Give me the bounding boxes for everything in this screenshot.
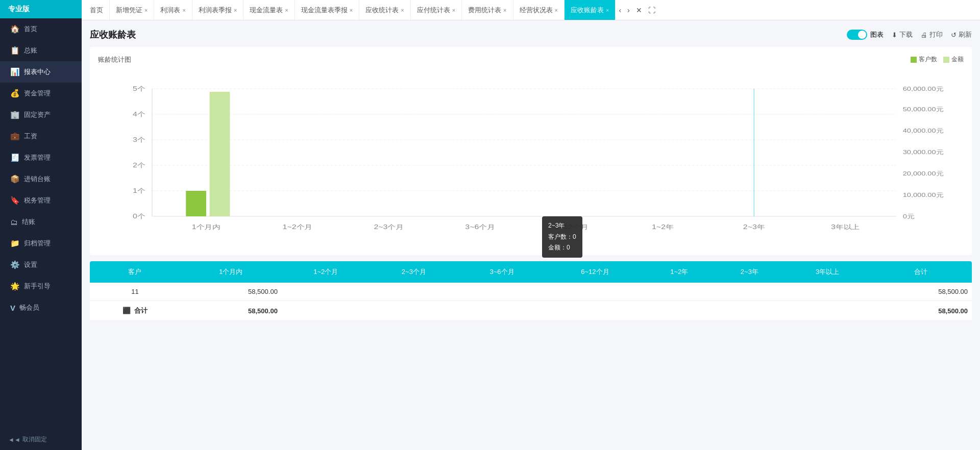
total-y2 xyxy=(644,301,715,321)
unpin-icon: ◄◄ xyxy=(8,436,20,443)
page-header: 应收账龄表 图表 ⬇ 下载 🖨 打印 ↺ 刷新 xyxy=(90,29,972,41)
salary-icon: 💼 xyxy=(10,132,20,141)
total-m12 xyxy=(546,301,644,321)
tab-close-all-button[interactable]: ✕ xyxy=(633,0,645,20)
close-icon[interactable]: × xyxy=(555,7,558,13)
tab-next-button[interactable]: › xyxy=(624,0,633,20)
cell-m12 xyxy=(546,283,644,301)
chart-toggle[interactable] xyxy=(847,30,867,40)
sidebar-item-vip[interactable]: V 畅会员 xyxy=(0,297,82,318)
tab-profit-quarter[interactable]: 利润表季报 × xyxy=(192,0,243,20)
bar-customer-m1[interactable] xyxy=(186,191,206,216)
close-icon[interactable]: × xyxy=(452,7,455,13)
download-button[interactable]: ⬇ 下载 xyxy=(892,30,913,39)
total-m2 xyxy=(282,301,370,321)
svg-text:3年以上: 3年以上 xyxy=(831,223,860,231)
sidebar-item-salary[interactable]: 💼 工资 xyxy=(0,126,82,147)
cell-customer: 11 xyxy=(90,283,180,301)
svg-text:0个: 0个 xyxy=(133,213,145,220)
svg-text:20,000.00元: 20,000.00元 xyxy=(903,170,943,177)
reports-icon: 📊 xyxy=(10,67,20,77)
tab-cashflow-quarter-label: 现金流量表季报 xyxy=(301,6,348,15)
tab-maximize-button[interactable]: ⛶ xyxy=(645,0,658,20)
main-area: 首页 新增凭证 × 利润表 × 利润表季报 × 现金流量表 × 现金流量表季报 … xyxy=(82,0,980,450)
total-m3 xyxy=(370,301,458,321)
close-icon[interactable]: × xyxy=(144,7,148,13)
chart-card: 账龄统计图 客户数 金额 xyxy=(90,47,972,255)
close-icon[interactable]: × xyxy=(350,7,353,13)
tab-profit[interactable]: 利润表 × xyxy=(154,0,192,20)
sidebar-item-label: 固定资产 xyxy=(24,110,51,119)
tab-operation-stat-label: 经营状况表 xyxy=(520,6,553,15)
inventory-icon: 📦 xyxy=(10,174,20,184)
chart-title: 账龄统计图 xyxy=(98,55,964,64)
tab-payable-stat-label: 应付统计表 xyxy=(417,6,450,15)
table-header-row: 客户 1个月内 1~2个月 2~3个月 3~6个月 6~12个月 1~2年 2~… xyxy=(90,261,972,283)
sidebar-item-label: 税务管理 xyxy=(24,196,51,205)
col-m3: 2~3个月 xyxy=(370,261,458,283)
sidebar-item-ledger[interactable]: 📋 总账 xyxy=(0,40,82,61)
page-title: 应收账龄表 xyxy=(90,29,136,41)
col-m12: 6~12个月 xyxy=(546,261,644,283)
tab-operation-stat[interactable]: 经营状况表 × xyxy=(513,0,565,20)
sidebar-item-home[interactable]: 🏠 首页 xyxy=(0,18,82,40)
col-y2: 1~2年 xyxy=(644,261,715,283)
total-y3 xyxy=(715,301,785,321)
total-icon: ⬛ xyxy=(122,307,131,314)
sidebar-item-settings[interactable]: ⚙️ 设置 xyxy=(0,254,82,276)
tab-receivable-age[interactable]: 应收账龄表 × xyxy=(565,0,616,20)
sidebar-item-inventory[interactable]: 📦 进销台账 xyxy=(0,168,82,190)
close-icon[interactable]: × xyxy=(182,7,185,13)
close-icon[interactable]: × xyxy=(606,7,609,13)
svg-text:50,000.00元: 50,000.00元 xyxy=(903,106,943,113)
sidebar-item-tax[interactable]: 🔖 税务管理 xyxy=(0,190,82,211)
tab-voucher[interactable]: 新增凭证 × xyxy=(110,0,154,20)
funds-icon: 💰 xyxy=(10,89,20,98)
sidebar-item-funds[interactable]: 💰 资金管理 xyxy=(0,83,82,104)
sidebar-item-reports[interactable]: 📊 报表中心 xyxy=(0,61,82,83)
tab-expense-stat-label: 费用统计表 xyxy=(468,6,501,15)
sidebar-item-label: 进销台账 xyxy=(24,174,51,184)
refresh-icon: ↺ xyxy=(951,31,957,39)
col-m6: 3~6个月 xyxy=(458,261,546,283)
chart-container: 0个 1个 2个 3个 4个 5个 0元 10,000.00元 20,000.0… xyxy=(98,68,964,247)
sidebar-item-archive[interactable]: 📁 归档管理 xyxy=(0,233,82,254)
tab-receivable-stat[interactable]: 应收统计表 × xyxy=(359,0,410,20)
tab-expense-stat[interactable]: 费用统计表 × xyxy=(462,0,513,20)
close-icon[interactable]: × xyxy=(234,7,237,13)
tab-payable-stat[interactable]: 应付统计表 × xyxy=(411,0,462,20)
svg-text:30,000.00元: 30,000.00元 xyxy=(903,149,943,156)
total-m6 xyxy=(458,301,546,321)
print-button[interactable]: 🖨 打印 xyxy=(921,30,943,39)
sidebar-item-invoice[interactable]: 🧾 发票管理 xyxy=(0,147,82,168)
bar-amount-m1[interactable] xyxy=(210,92,230,216)
tab-cashflow[interactable]: 现金流量表 × xyxy=(243,0,295,20)
sidebar-item-guide[interactable]: 🌟 新手引导 xyxy=(0,276,82,297)
close-icon[interactable]: × xyxy=(401,7,404,13)
print-icon: 🖨 xyxy=(921,31,927,39)
cell-m3 xyxy=(370,283,458,301)
legend-customer-color xyxy=(911,57,917,63)
col-total: 合计 xyxy=(870,261,972,283)
tab-cashflow-quarter[interactable]: 现金流量表季报 × xyxy=(295,0,359,20)
tab-voucher-label: 新增凭证 xyxy=(116,6,142,15)
unpin-button[interactable]: ◄◄ 取消固定 xyxy=(0,429,82,450)
col-m1: 1个月内 xyxy=(180,261,282,283)
svg-text:3个: 3个 xyxy=(133,136,145,143)
tab-profit-label: 利润表 xyxy=(160,6,180,15)
sidebar-item-checkout[interactable]: 🗂 结账 xyxy=(0,211,82,233)
refresh-button[interactable]: ↺ 刷新 xyxy=(951,30,972,39)
tab-home[interactable]: 首页 xyxy=(84,0,110,20)
sidebar-item-label: 工资 xyxy=(24,132,37,141)
tab-profit-quarter-label: 利润表季报 xyxy=(199,6,232,15)
vip-icon: V xyxy=(10,304,15,312)
sidebar-item-fixed-assets[interactable]: 🏢 固定资产 xyxy=(0,104,82,126)
legend-customer-label: 客户数 xyxy=(919,55,937,64)
close-icon[interactable]: × xyxy=(503,7,506,13)
svg-text:2~3个月: 2~3个月 xyxy=(374,223,404,231)
data-table: 客户 1个月内 1~2个月 2~3个月 3~6个月 6~12个月 1~2年 2~… xyxy=(90,261,972,321)
cell-m1: 58,500.00 xyxy=(180,283,282,301)
close-icon[interactable]: × xyxy=(285,7,288,13)
tab-prev-button[interactable]: ‹ xyxy=(616,0,624,20)
svg-text:1~2年: 1~2年 xyxy=(652,223,674,231)
